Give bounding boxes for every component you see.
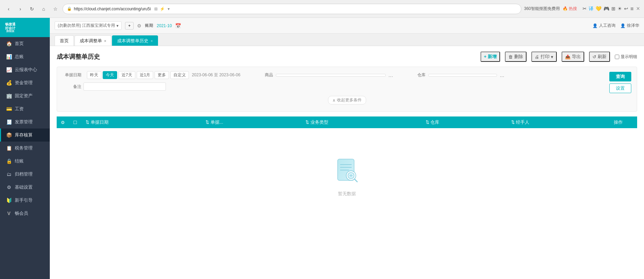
print-button[interactable]: 🖨 打印 ▾ [531,52,557,62]
date-btn-today[interactable]: 今天 [103,71,117,79]
sidebar-nav: 🏠 首页 📊 总账 📈 云报表中心 💰 资金管理 🏢 固定资产 💳 工资 [0,37,50,279]
service-button[interactable]: 👤 人工咨询 [592,23,615,29]
svg-line-6 [354,179,357,182]
th-settings[interactable]: ⚙ [57,116,69,128]
date-btn-yesterday[interactable]: 昨天 [87,71,101,79]
window-close-icon[interactable]: × [636,5,640,12]
refresh-button[interactable]: ↻ [27,4,36,13]
sidebar-item-label: 库存核算 [15,132,33,138]
th-biz-type[interactable]: ⇅ 业务类型 [301,116,421,128]
browser-search-area: 360智能抠图免费用 🔥 热搜 [524,6,577,12]
home-button[interactable]: ⌂ [39,4,48,13]
filter-notes-row: 备注 [63,82,604,91]
collapse-button[interactable]: ∧ 收起更多条件 [328,96,366,104]
sidebar-item-label: 基础设置 [15,184,33,190]
add-company-button[interactable]: + [125,22,134,30]
tab-cost-adjust-history[interactable]: 成本调整单历史 × [112,35,158,46]
closing-icon: 🔒 [6,158,12,164]
sidebar-item-fund[interactable]: 💰 资金管理 [0,76,50,89]
goods-selector[interactable] [276,74,386,77]
delete-button[interactable]: 🗑 删除 [505,52,527,62]
sidebar-item-general-ledger[interactable]: 📊 总账 [0,50,50,63]
page-header: 成本调整单历史 + 新增 🗑 删除 🖨 打印 ▾ 📤 [57,52,637,62]
back-button[interactable]: ‹ [4,4,13,13]
th-handler[interactable]: ⇅ 经手人 [507,116,610,128]
checkbox-icon: ☐ [73,120,77,125]
sidebar-item-tax[interactable]: 📋 税务管理 [0,142,50,155]
date-btn-1month[interactable]: 近1月 [137,71,154,79]
th-date-sort-icon: ⇅ [86,120,89,125]
sidebar-item-label: 首页 [15,41,24,47]
sidebar-item-archive[interactable]: 🗂 归档管理 [0,168,50,181]
sidebar-item-vip[interactable]: V 畅会员 [0,207,50,220]
notes-filter-label: 备注 [63,84,81,90]
warehouse-selector[interactable] [428,74,497,77]
show-columns-toggle[interactable]: 显示明细 [615,54,637,60]
user-menu[interactable]: 👤 徐泽华 [620,23,639,29]
refresh-button[interactable]: ↺ 刷新 [589,52,610,62]
tab-cost-adjust[interactable]: 成本调整单 × [75,35,111,46]
goods-filter-group: 商品 ... [254,72,393,78]
sidebar-item-inventory[interactable]: 📦 库存核算 [0,129,50,142]
app-logo-main: 畅捷通好会计 [4,22,16,30]
company-dropdown-icon: ▾ [116,23,118,28]
sidebar-item-invoice[interactable]: 🧾 发票管理 [0,115,50,129]
th-date[interactable]: ⇅ 单据日期 [81,116,201,128]
browser-grid-icon: ⊞ [154,7,158,11]
date-range-text: 2023-06-06 至 2023-06-06 [192,72,240,78]
th-biz-sort-icon: ⇅ [305,120,309,125]
calendar-icon[interactable]: 📅 [175,23,181,29]
collapse-icon: ∧ [332,98,336,103]
chevron-down-icon[interactable]: ▾ [168,7,170,11]
vip-icon: V [6,211,12,216]
star-button[interactable]: ☆ [51,4,60,13]
warehouse-filter-label: 仓库 [407,72,426,78]
date-btn-custom[interactable]: 自定义 [170,71,189,79]
sidebar-item-closing[interactable]: 🔒 结账 [0,155,50,168]
date-buttons: 昨天 今天 近7天 近1月 更多 自定义 2023-06-06 至 2023-0… [87,71,240,79]
th-checkbox[interactable]: ☐ [69,116,81,128]
date-btn-more[interactable]: 更多 [155,71,169,79]
warehouse-dots[interactable]: ... [500,72,504,78]
sidebar-item-home[interactable]: 🏠 首页 [0,37,50,50]
print-dropdown-icon: ▾ [551,54,553,59]
settings-gear-icon[interactable]: ⚙ [137,23,142,29]
sidebar-item-guide[interactable]: 🔰 新手引导 [0,194,50,207]
table-settings-icon: ⚙ [61,120,65,125]
export-icon: 📤 [565,54,570,59]
goods-dots[interactable]: ... [388,72,393,78]
export-button[interactable]: 📤 导出 [562,52,584,62]
sidebar-item-payroll[interactable]: 💳 工资 [0,102,50,115]
notes-input[interactable] [83,82,166,91]
sidebar-item-label: 资金管理 [15,80,33,86]
query-button[interactable]: 查询 [609,72,631,81]
warehouse-filter-group: 仓库 ... [407,72,504,78]
table-header: ⚙ ☐ ⇅ 单据日期 ⇅ 单据... [57,116,637,128]
sidebar-item-fixed-assets[interactable]: 🏢 固定资产 [0,89,50,102]
sidebar-header[interactable]: 畅捷通好会计 旗舰版 [0,18,50,37]
tab-home-label: 首页 [60,38,69,44]
address-bar[interactable]: 🔒 https://cloud.chanjet.com/accounting/u… [63,4,521,14]
tab-cost-adjust-close[interactable]: × [104,39,106,43]
sidebar-item-settings[interactable]: ⚙ 基础设置 [0,181,50,194]
tab-home[interactable]: 首页 [55,35,74,46]
show-columns-checkbox[interactable] [615,55,619,59]
forward-button[interactable]: › [16,4,25,13]
reports-icon: 📈 [6,67,12,72]
period-value[interactable]: 2021-10 [157,23,172,28]
period-label: 账期 [145,23,153,29]
add-button[interactable]: + 新增 [481,52,500,62]
tab-cost-adjust-history-close[interactable]: × [150,39,152,43]
company-selector[interactable]: (勿删勿禁用) 江西服宝测试专用 ▾ [55,21,122,30]
th-warehouse[interactable]: ⇅ 仓库 [421,116,507,128]
refresh-icon: ↺ [592,54,596,59]
invoice-icon: 🧾 [6,119,12,125]
date-btn-7days[interactable]: 近7天 [118,71,135,79]
tab-cost-adjust-history-label: 成本调整单历史 [117,38,148,44]
page-title: 成本调整单历史 [57,53,100,61]
filter-settings-button[interactable]: 设置 [609,83,631,93]
goods-filter-label: 商品 [254,72,273,78]
sidebar-item-reports[interactable]: 📈 云报表中心 [0,63,50,76]
game-icon: 🎮 [603,6,609,12]
th-number[interactable]: ⇅ 单据... [201,116,301,128]
